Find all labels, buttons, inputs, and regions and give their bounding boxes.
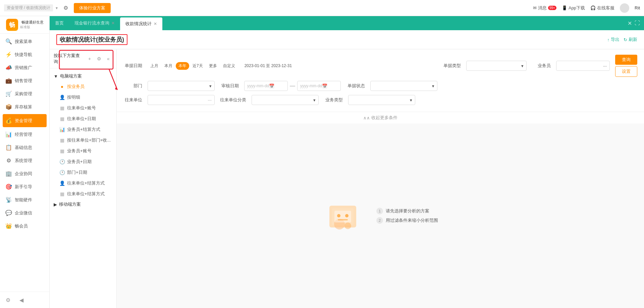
page-header-actions: ↑ 导出 ↻ 刷新: [607, 37, 638, 43]
refresh-button[interactable]: ↻ 刷新: [624, 37, 637, 43]
sidebar-item-member[interactable]: 👑 畅会员: [0, 219, 49, 233]
tree-item-dept-date[interactable]: 🕐 部门+日期: [50, 167, 116, 178]
tree-item-salesperson-settle[interactable]: 📊 业务员+结算方式: [50, 124, 116, 135]
date-tab-this-month[interactable]: 本月: [162, 62, 175, 70]
sidebar-settings-icon[interactable]: ⚙: [3, 295, 13, 305]
sidebar-item-guide[interactable]: 🎯 新手引导: [0, 180, 49, 193]
tree-item-party-account[interactable]: ▦ 往来单位+账号: [50, 103, 116, 113]
tree-group-mobile[interactable]: ▶ 移动端方案: [50, 199, 116, 209]
tab-bank-close[interactable]: ✕: [111, 21, 115, 25]
review-date-end[interactable]: yyyy-mm-dd 📅: [297, 81, 341, 91]
tree-item-party-settle1[interactable]: 👤 往来单位+结算方式: [50, 178, 116, 189]
panel-collapse-btn[interactable]: «: [104, 55, 112, 63]
sidebar-item-wechat[interactable]: 💬 企业微信: [0, 206, 49, 219]
collapse-bar[interactable]: ∧∧ 收起更多条件: [117, 112, 644, 123]
tab-maximize-icon[interactable]: ⛶: [635, 20, 640, 26]
tree-item-salesperson-date[interactable]: 🕐 业务员+日期: [50, 156, 116, 167]
inventory-icon: 📦: [5, 104, 12, 110]
user-avatar[interactable]: [620, 3, 629, 13]
panel-header-icons: + ⚙ «: [86, 55, 112, 63]
date-tab-custom[interactable]: 自定义: [220, 62, 238, 70]
party-select[interactable]: ···: [148, 95, 215, 105]
query-button[interactable]: 查询: [615, 55, 637, 65]
refresh-icon: ↻: [624, 37, 627, 42]
wechat-icon: 💬: [5, 210, 12, 216]
tree-item-party-settle2[interactable]: ▦ 往来单位+结算方式: [50, 189, 116, 199]
member-icon: 👑: [5, 223, 12, 229]
tab-receipt-label: 收款情况统计: [125, 21, 152, 27]
tab-bank[interactable]: 现金银行流水查询 ✕: [69, 16, 120, 30]
top-settings-icon[interactable]: ⚙: [60, 3, 71, 13]
app-download-btn[interactable]: 📱 App下载: [562, 5, 585, 11]
sidebar-item-search[interactable]: 🔍 搜索菜单: [0, 35, 49, 48]
tree-item-party-dept-label: 按往来单位+部门+收...: [67, 137, 111, 143]
empty-step-1: 1 请先选择要分析的方案: [376, 208, 438, 214]
sidebar-item-system[interactable]: ⚙ 系统管理: [0, 154, 49, 167]
logo-area: 畅 畅捷通好生意 标准版: [0, 16, 49, 34]
doc-status-label: 单据状态: [346, 83, 365, 89]
finance-icon: 💰: [5, 117, 12, 124]
date-tab-more[interactable]: 更多: [206, 62, 220, 70]
tree-item-detail-label: 按明细: [67, 94, 80, 100]
date-tab-7days[interactable]: 近7天: [190, 62, 206, 70]
tab-home[interactable]: 首页: [50, 16, 69, 30]
message-btn[interactable]: ✉ 消息 99+: [533, 5, 556, 11]
app-label: App下载: [569, 5, 585, 11]
doc-type-select[interactable]: ▾: [466, 61, 527, 71]
sidebar-item-operation[interactable]: 📊 经营管理: [0, 128, 49, 141]
sidebar-label-member: 畅会员: [15, 223, 28, 229]
sidebar-item-purchase[interactable]: 🛒 采购管理: [0, 87, 49, 100]
party-category-select[interactable]: ▾: [252, 95, 319, 105]
filter-row-2: 部门 ▾ 审核日期 yyyy-mm-dd 📅: [123, 81, 637, 91]
panel-title: 按以下方案查询: [54, 53, 83, 65]
tree-item-party-dept[interactable]: ▦ 按往来单位+部门+收...: [50, 135, 116, 146]
biz-type-select[interactable]: ▾: [348, 95, 415, 105]
sidebar-item-inventory[interactable]: 📦 库存核算: [0, 100, 49, 113]
panel-add-btn[interactable]: +: [86, 55, 94, 63]
date-tab-this-year[interactable]: 本年: [176, 62, 189, 70]
step-2-num: 2: [376, 217, 383, 224]
sidebar-item-quick[interactable]: ⚡ 快捷导航: [0, 48, 49, 61]
tree-group-desktop[interactable]: ▼ 电脑端方案: [50, 71, 116, 81]
salesperson-select[interactable]: ···: [556, 61, 610, 71]
sidebar-collapse-icon[interactable]: ◀: [16, 295, 27, 305]
empty-illustration: [323, 196, 363, 236]
tree-item-party-date[interactable]: ▦ 往来单位+日期: [50, 113, 116, 124]
settings-button[interactable]: 设置: [615, 66, 637, 77]
tab-close-all-icon[interactable]: ✕: [628, 20, 632, 27]
guide-icon: 🎯: [5, 184, 12, 190]
review-date-label: 审核日期: [220, 83, 239, 89]
sidebar-label-search: 搜索菜单: [15, 39, 32, 45]
sidebar-item-hardware[interactable]: 📡 智能硬件: [0, 193, 49, 206]
app-icon: 📱: [562, 5, 567, 10]
tree-item-salesperson[interactable]: ● 按业务员: [50, 81, 116, 92]
doc-status-select[interactable]: ▾: [370, 81, 437, 91]
service-icon: 🎧: [590, 5, 596, 10]
tab-receipt-close[interactable]: ✕: [154, 21, 157, 26]
date-tab-last-month[interactable]: 上月: [148, 62, 161, 70]
tree-mobile-arrow: ▶: [54, 202, 57, 207]
edition-tag: 标准版: [20, 25, 44, 30]
export-button[interactable]: ↑ 导出: [607, 37, 620, 43]
sidebar-item-sales[interactable]: 💼 销售管理: [0, 74, 49, 87]
dept-date-icon: 🕐: [59, 170, 65, 175]
tree-item-detail[interactable]: 👤 按明细: [50, 92, 116, 103]
sidebar-item-basic[interactable]: 📋 基础信息: [0, 141, 49, 154]
trial-button[interactable]: 体验行业方案: [74, 3, 111, 13]
online-service-btn[interactable]: 🎧 在线客服: [590, 5, 614, 11]
sidebar-item-marketing[interactable]: 📣 营销推广: [0, 61, 49, 74]
sidebar-label-sales: 销售管理: [15, 78, 32, 84]
review-date-start[interactable]: yyyy-mm-dd 📅: [244, 81, 288, 91]
sidebar-item-finance[interactable]: 💰 资金管理: [3, 114, 47, 127]
panel-header: 按以下方案查询 + ⚙ «: [50, 49, 116, 68]
empty-step-2: 2 用过滤条件来缩小分析范围: [376, 217, 438, 224]
dept-select[interactable]: ▾: [148, 81, 215, 91]
tab-bar-actions: ✕ ⛶: [628, 20, 644, 27]
tab-receipt[interactable]: 收款情况统计 ✕: [120, 17, 162, 30]
sidebar-item-enterprise[interactable]: 🏢 企业协同: [0, 167, 49, 180]
filter-row-3: 往来单位 ··· 往来单位分类 ▾ 业务类型: [123, 95, 637, 105]
tree-item-salesperson-date-label: 业务员+日期: [67, 159, 92, 165]
date-dash: —: [290, 83, 295, 89]
panel-settings-btn[interactable]: ⚙: [95, 55, 103, 63]
tree-item-salesperson-account[interactable]: ▦ 业务员+账号: [50, 146, 116, 156]
